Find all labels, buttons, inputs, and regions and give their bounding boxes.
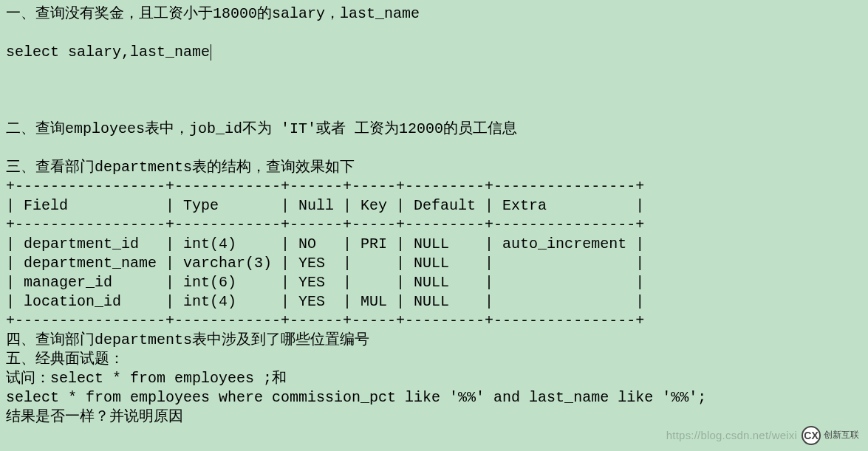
table-row: | department_id | int(4) | NO | PRI | NU… bbox=[6, 235, 868, 254]
table-row: | manager_id | int(6) | YES | | NULL | | bbox=[6, 273, 868, 292]
watermark-brand: 创新互联 bbox=[824, 430, 859, 441]
question-5-title: 五、经典面试题： bbox=[6, 350, 868, 369]
question-1-title: 一、查询没有奖金，且工资小于18000的salary，last_name bbox=[6, 4, 868, 24]
watermark-url: https://blog.csdn.net/weixi bbox=[666, 428, 797, 443]
watermark-logo-icon: CX bbox=[802, 426, 821, 445]
question-5-line2: select * from employees where commission… bbox=[6, 388, 868, 407]
text-cursor-icon bbox=[211, 44, 211, 61]
question-5-line1: 试问：select * from employees ;和 bbox=[6, 369, 868, 388]
watermark: https://blog.csdn.net/weixi CX 创新互联 bbox=[666, 426, 859, 445]
table-header-row: | Field | Type | Null | Key | Default | … bbox=[6, 196, 868, 216]
sql-text: select salary,last_name bbox=[6, 44, 210, 61]
question-2-title: 二、查询employees表中，job_id不为 'IT'或者 工资为12000… bbox=[6, 120, 868, 139]
watermark-logo: CX 创新互联 bbox=[802, 426, 859, 445]
table-border-bottom: +-----------------+------------+------+-… bbox=[6, 311, 868, 331]
table-border-mid: +-----------------+------------+------+-… bbox=[6, 216, 868, 235]
table-row: | location_id | int(4) | YES | MUL | NUL… bbox=[6, 292, 868, 311]
table-row: | department_name | varchar(3) | YES | |… bbox=[6, 254, 868, 273]
table-border-top: +-----------------+------------+------+-… bbox=[6, 177, 868, 196]
question-4-title: 四、查询部门departments表中涉及到了哪些位置编号 bbox=[6, 331, 868, 350]
question-1-sql: select salary,last_name bbox=[6, 43, 868, 62]
question-5-line3: 结果是否一样？并说明原因 bbox=[6, 407, 868, 427]
question-3-title: 三、查看部门departments表的结构，查询效果如下 bbox=[6, 158, 868, 177]
